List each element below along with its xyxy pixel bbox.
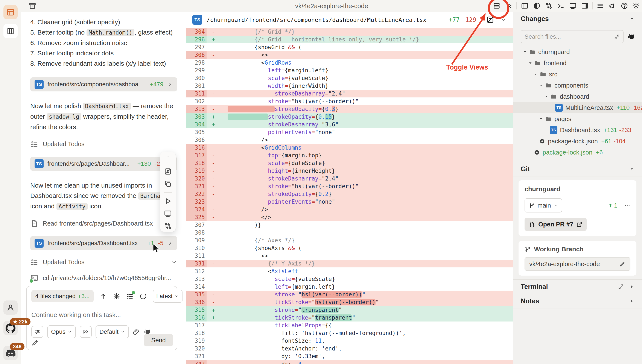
code-token: left [228,284,288,290]
rail-github-button[interactable]: ★ 22k [4,321,18,335]
search-files-input[interactable]: Search files... [521,30,623,43]
code-token: && [288,245,295,251]
line-number: 297 [186,43,207,51]
file-change-chip[interactable]: TSfrontend/src/components/dashboa...+479 [30,77,177,92]
expand-icon[interactable] [618,284,624,290]
terminal-section-header[interactable]: Terminal [513,280,642,294]
cat-icon[interactable] [627,32,636,41]
panel-right-icon[interactable] [581,2,589,10]
caret-down-icon [539,83,543,88]
terminal-icon[interactable] [557,2,565,10]
diff-view-icon[interactable] [164,168,172,176]
version-dropdown[interactable]: Latest [153,290,183,302]
diff-mode-icon[interactable] [486,16,494,24]
tree-folder-row[interactable]: dashboard [513,91,642,102]
tree-folder-row[interactable]: frontend [513,58,642,69]
diff-sign [207,74,220,82]
git-compare-icon[interactable] [545,2,553,10]
attachment-paperclip-icon[interactable] [133,328,140,336]
diff-row: 297 {showGrid && ( [186,43,513,51]
diff-row: 331- {/* Y Axis */} [186,260,513,268]
settings-gear-icon[interactable] [632,2,640,10]
open-pr-button[interactable]: Open PR #7 [524,218,586,231]
tree-file-row[interactable]: TSMultiLineArea.tsx+110-162 [513,102,642,113]
menu-icon[interactable] [596,2,604,10]
line-number: 298 [186,59,207,66]
tool-row[interactable]: Read frontend/src/pages/Dashboard.tsx [30,219,177,228]
send-button[interactable]: Send [144,334,173,346]
file-change-chip[interactable]: TSfrontend/src/pages/Dashboar...+130-22 [30,157,177,171]
edit-pencil-icon[interactable] [619,261,626,267]
git-section-header[interactable]: Git [513,162,642,176]
changes-section-header[interactable]: Changes [513,12,642,26]
code-line: /> [220,136,268,144]
line-number: 307 [186,221,207,229]
code-token: , [339,345,342,352]
tool-row[interactable]: cd /private/var/folders/10/h7w0q46556ggr… [30,274,177,282]
tree-folder-row[interactable]: churnguard [513,46,642,58]
run-play-icon[interactable] [164,197,172,205]
tree-file-row[interactable]: package-lock.json+61-104 [513,136,642,147]
collapse-arrows-icon[interactable] [614,34,620,40]
code-token: = [281,67,285,74]
panel-left-icon[interactable] [521,2,529,10]
fast-forward-button[interactable] [80,326,92,338]
mode-dropdown[interactable]: Default [96,325,129,338]
text-run: , glass effect) [134,29,173,36]
pen-icon[interactable] [31,339,39,346]
message-input[interactable]: Continue working on this task... [31,311,172,318]
chat-bubble-icon[interactable] [533,2,541,10]
rail-workspace-button[interactable] [4,5,18,19]
files-changed-chip[interactable]: 4 files changed +3... [31,290,94,302]
preview-monitor-icon[interactable] [164,210,172,218]
branch-dropdown[interactable]: main [524,198,562,212]
tool-row[interactable]: Updated Todos [30,140,177,148]
diff-row: 335- stroke="hsl(var(--border))" [186,290,513,298]
collapse-all-icon[interactable] [505,2,513,10]
drag-handle-dots[interactable] [164,155,172,158]
diff-row: 299 left={margin.left} [186,66,513,74]
rail-columns-button[interactable] [4,24,18,38]
diff-sign: + [207,120,220,128]
settings-sliders-button[interactable] [31,326,43,338]
chat-paragraph: 8. Remove redundant axis labels (x/y lab… [30,58,177,69]
working-branch-input[interactable]: vk/4e2a-explore-the-code [524,257,630,271]
code-token: strokeDasharray [228,175,318,182]
line-number: 316 [186,314,207,322]
code-token [228,106,275,112]
diff-file-path: /churnguard/frontend/src/components/dash… [207,16,426,23]
chevron-down-icon[interactable] [501,17,507,23]
more-options-icon[interactable] [624,202,630,208]
tree-folder-row[interactable]: src [513,69,642,80]
code-token: {/* Axes */} [228,237,295,244]
spark-icon[interactable] [113,292,120,300]
help-icon[interactable] [620,2,628,10]
code-token: "3,6" [322,121,338,128]
code-token: -4 [295,361,301,364]
tool-row[interactable]: Updated Todos [30,258,177,266]
notes-title: Notes [521,297,539,305]
toggle-views-icon[interactable] [493,2,500,10]
code-line: {/* Grid */} [220,28,295,36]
copy-icon[interactable] [164,180,172,188]
diff-sign: + [207,314,220,322]
code-line: )} [220,221,261,229]
scroll-up-icon[interactable] [100,292,107,300]
rail-discord-button[interactable]: 346 [4,346,18,360]
tree-folder-row[interactable]: pages [513,113,642,124]
inline-code: Math.random() [87,29,135,36]
tree-file-row[interactable]: TSDashboard.tsx+131-233 [513,124,642,136]
triangle-right-icon [629,299,634,304]
feedback-megaphone-icon[interactable] [608,2,616,10]
notes-section-header[interactable]: Notes [513,294,642,308]
model-dropdown[interactable]: Opus [47,325,76,338]
rail-account-button[interactable] [4,300,18,315]
tree-folder-row[interactable]: components [513,80,642,91]
code-token: width [228,83,285,89]
file-change-chip[interactable]: TSfrontend/src/pages/Dashboard.tsx+1-5 [30,236,177,250]
code-line: strokeOpacity={0.15} [220,113,335,120]
tree-file-row[interactable]: package-lock.json+6 [513,147,642,158]
todos-icon[interactable] [126,292,134,300]
monitor-icon[interactable] [569,2,577,10]
git-compare-icon[interactable] [164,222,172,230]
